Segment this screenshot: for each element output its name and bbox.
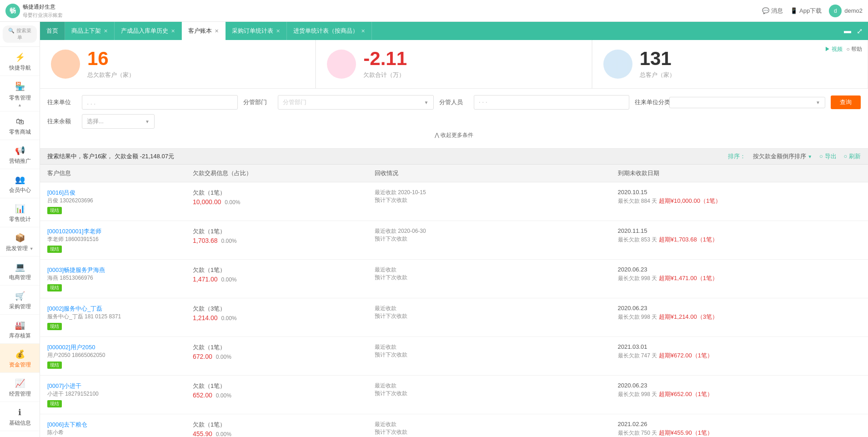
badge-2: 现结 xyxy=(47,284,62,291)
customer-name-link-3[interactable]: [0002]服务中心_丁磊 xyxy=(47,305,193,313)
tab-product-history[interactable]: 产成品入库单历史 ✕ xyxy=(115,22,182,40)
balance-select[interactable]: 选择... ▼ xyxy=(82,114,155,129)
tab-bar-actions: ▬ ⤢ xyxy=(838,25,868,37)
app-download-btn[interactable]: 📱 App下载 xyxy=(790,7,822,15)
close-tab-inbound-stats[interactable]: ✕ xyxy=(361,28,365,34)
table-row: [0016]吕俊 吕俊 13026203696 现结 欠款（1笔） 10,000… xyxy=(40,182,868,221)
customer-name-link-2[interactable]: [0003]畅捷服务尹海燕 xyxy=(47,266,193,274)
filter-group-balance: 往来余额 选择... ▼ xyxy=(47,114,861,129)
customer-name-link-1[interactable]: [0001020001]李老师 xyxy=(47,227,193,236)
sidebar-item-purchase[interactable]: 🛒 采购管理 xyxy=(0,286,40,315)
dept-select[interactable]: 分管部门 ▼ xyxy=(278,95,434,110)
manager-input[interactable]: ··· xyxy=(474,95,630,110)
debt-info-4: 欠款（1笔） 672.000.00% xyxy=(193,343,375,360)
video-btn[interactable]: ▶ 视频 xyxy=(825,45,843,53)
dept-label: 分管部门 xyxy=(243,98,275,106)
overdue-info-3: 2020.06.23 最长欠款 998 天 超期¥1,214.00（3笔） xyxy=(618,305,861,321)
customer-info-1: [0001020001]李老师 李老师 18600391516 现结 xyxy=(47,227,193,253)
tab-purchase-stats[interactable]: 采购订单统计表 ✕ xyxy=(226,22,287,40)
help-icon: ○ xyxy=(846,46,849,52)
sidebar-item-inventory[interactable]: 🏭 库存核算 xyxy=(0,315,40,344)
search-menu-box[interactable]: 🔍 搜索菜单 xyxy=(3,25,37,43)
balance-value: 选择... xyxy=(87,117,104,126)
filter-row-2: 往来余额 选择... ▼ xyxy=(47,114,861,129)
tab-maximize-btn[interactable]: ⤢ xyxy=(855,25,864,37)
message-icon: 💬 xyxy=(762,7,769,14)
close-tab-product-history[interactable]: ✕ xyxy=(171,28,175,34)
tab-inbound-stats[interactable]: 进货单统计表（按商品） ✕ xyxy=(287,22,372,40)
top-bar: 畅 畅捷通好生意 母婴行业演示账套 💬 消息 📱 App下载 d demo2 xyxy=(0,0,868,22)
sidebar-item-system[interactable]: ⚙ 系统管理 xyxy=(0,431,40,437)
stat-card-total-debt: ◇ -2.11 欠款合计（万） xyxy=(316,40,592,88)
sidebar-item-ecommerce[interactable]: 💻 电商管理 xyxy=(0,256,40,286)
debt-info-6: 欠款（1笔） 455.900.00% xyxy=(193,421,375,437)
badge-3: 现结 xyxy=(47,323,62,330)
return-info-0: 最近收款 2020-10-15 预计下次收款 xyxy=(375,189,618,204)
tab-home[interactable]: 首页 xyxy=(40,22,65,40)
unit-class-arrow-icon: ▼ xyxy=(816,100,820,105)
business-icon: 📈 xyxy=(2,378,38,388)
overdue-info-0: 2020.10.15 最长欠款 884 天 超期¥10,000.00（1笔） xyxy=(618,189,861,205)
tab-product-list[interactable]: 商品上下架 ✕ xyxy=(65,22,115,40)
quick-nav-icon: ⚡ xyxy=(2,52,38,62)
from-unit-input[interactable]: ... xyxy=(82,95,238,110)
customer-name-link-6[interactable]: [0006]去下粮仓 xyxy=(47,421,193,429)
customer-name-link-5[interactable]: [0007]小进干 xyxy=(47,382,193,390)
sidebar-item-business[interactable]: 📈 经营管理 xyxy=(0,373,40,402)
filter-group-dept: 分管部门 分管部门 ▼ xyxy=(243,95,434,110)
export-btn[interactable]: ○ 导出 xyxy=(819,152,836,161)
help-btn[interactable]: ○ 帮助 xyxy=(846,45,862,53)
video-icon: ▶ xyxy=(825,46,830,52)
stat-card-total-customers: 131 总客户（家） ▶ 视频 ○ 帮助 xyxy=(592,40,868,88)
sidebar-item-batch-mgmt[interactable]: 📦 批发管理 ▼ xyxy=(0,227,40,256)
customer-info-5: [0007]小进干 小进干 18279152100 现结 xyxy=(47,382,193,407)
sidebar-item-member[interactable]: 👥 会员中心 xyxy=(0,169,40,198)
badge-5: 现结 xyxy=(47,400,62,407)
filter-group-from-unit: 往来单位 ... xyxy=(47,95,238,110)
svg-rect-0 xyxy=(609,60,616,73)
customer-info-3: [0002]服务中心_丁磊 服务中心_丁磊 181 0125 8371 现结 xyxy=(47,305,193,330)
sort-select[interactable]: 按欠款金额倒序排序 ▼ xyxy=(753,152,813,161)
tab-customer-account[interactable]: 客户账本 ✕ xyxy=(182,22,226,40)
refresh-btn[interactable]: ○ 刷新 xyxy=(844,152,861,161)
customer-name-link-0[interactable]: [0016]吕俊 xyxy=(47,189,193,197)
user-area[interactable]: d demo2 xyxy=(829,5,863,17)
customer-name-link-4[interactable]: [000002]用户2050 xyxy=(47,343,193,352)
customer-info-2: [0003]畅捷服务尹海燕 海燕 18513066976 现结 xyxy=(47,266,193,291)
sidebar-item-retail-stats[interactable]: 📊 零售统计 xyxy=(0,198,40,227)
tab-minimize-btn[interactable]: ▬ xyxy=(842,25,853,37)
close-tab-customer-account[interactable]: ✕ xyxy=(215,28,219,34)
sidebar-item-finance[interactable]: 💰 资金管理 xyxy=(0,344,40,373)
retail-mgmt-icon: 🏪 xyxy=(15,81,25,91)
return-info-1: 最近收款 2020-06-30 预计下次收款 xyxy=(375,227,618,243)
logo-area: 畅 畅捷通好生意 母婴行业演示账套 xyxy=(5,3,63,19)
dept-arrow-icon: ▼ xyxy=(424,100,429,105)
sidebar-item-retail-mgmt[interactable]: 🏪 零售管理 ▲ xyxy=(0,76,40,111)
collapse-row[interactable]: ⋀ 收起更多条件 xyxy=(47,129,861,142)
table-row: [000002]用户2050 用户2050 18665062050 现结 欠款（… xyxy=(40,337,868,376)
close-tab-purchase-stats[interactable]: ✕ xyxy=(276,28,280,34)
sidebar-item-marketing[interactable]: 📢 营销推广 xyxy=(0,140,40,169)
sidebar-item-basic-info[interactable]: ℹ 基础信息 xyxy=(0,402,40,431)
sidebar-item-quick-nav[interactable]: ⚡ 快捷导航 xyxy=(0,47,40,76)
unit-class-select[interactable]: ▼ xyxy=(669,97,825,108)
stat-card-debt-customers: ¥ 16 总欠款客户（家） xyxy=(40,40,316,88)
messages-btn[interactable]: 💬 消息 xyxy=(762,7,783,15)
filter-row-1: 往来单位 ... 分管部门 分管部门 ▼ xyxy=(47,95,861,110)
results-text: 搜索结果中，客户16家， 欠款金额 -21,148.07元 xyxy=(47,152,174,161)
debt-info-3: 欠款（3笔） 1,214.000.00% xyxy=(193,305,375,321)
refresh-icon: ○ xyxy=(844,153,848,160)
logo-icon: 畅 xyxy=(5,4,20,18)
total-customers-label: 总客户（家） xyxy=(640,71,857,79)
table-row: [0007]小进干 小进干 18279152100 现结 欠款（1笔） 652.… xyxy=(40,376,868,414)
search-icon: 🔍 xyxy=(8,28,15,33)
search-button[interactable]: 查询 xyxy=(831,95,861,109)
close-tab-product-list[interactable]: ✕ xyxy=(104,28,108,34)
debt-customers-number: 16 xyxy=(87,49,304,68)
from-unit-label: 往来单位 xyxy=(47,98,79,106)
main-area: 首页 商品上下架 ✕ 产成品入库单历史 ✕ 客户账本 ✕ 采购订单统计表 ✕ 进… xyxy=(40,22,868,437)
sidebar-search[interactable]: 🔍 搜索菜单 xyxy=(0,22,40,47)
debt-info-1: 欠款（1笔） 1,703.680.00% xyxy=(193,227,375,244)
sort-label: 排序： xyxy=(728,152,746,161)
sidebar-item-retail-mall[interactable]: 🛍 零售商城 xyxy=(0,111,40,140)
